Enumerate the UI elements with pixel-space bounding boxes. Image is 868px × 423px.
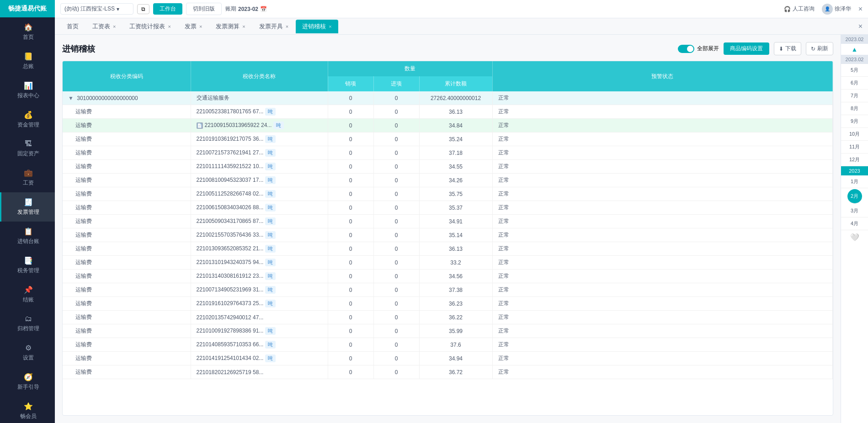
table-row[interactable]: 运输费 221007215737621941 27... 吨 0 0 37.18… — [63, 146, 833, 160]
table-row[interactable]: 运输费 221020135742940012 47... 0 0 36.22 正… — [63, 311, 833, 324]
table-row[interactable]: 运输费 221005112528266748 02... 吨 0 0 35.75… — [63, 187, 833, 201]
archive-icon: 🗂 — [25, 315, 32, 323]
tag-label: 吨 — [265, 245, 276, 253]
tab-invoice[interactable]: 发票 × — [178, 20, 208, 33]
data-table-wrap: 税收分类编码 税收分类名称 数量 预警状态 销项 进项 累计数额 — [62, 61, 833, 416]
sidebar-item-guide[interactable]: 🧭 新手引导 — [0, 367, 55, 397]
close-all-button[interactable]: × — [858, 22, 863, 31]
sidebar-item-invoices[interactable]: 🧾 发票管理 — [0, 192, 55, 222]
table-row[interactable]: 运输费 221005233817801765 67... 吨 0 0 36.13… — [63, 105, 833, 119]
cell-code: 运输费 — [63, 365, 191, 379]
company-selector[interactable]: (勿动) 江西报宝-LSS ▾ — [60, 3, 133, 15]
sidebar-item-home[interactable]: 🏠 首页 — [0, 17, 55, 47]
cell-invoice: 📄221009150313965922 24... 吨 — [191, 119, 328, 132]
sidebar-item-archive[interactable]: 🗂 归档管理 — [0, 309, 55, 338]
table-row[interactable]: 运输费 221013101943240375 94... 吨 0 0 33.2 … — [63, 256, 833, 270]
sidebar-item-payroll[interactable]: 💼 工资 — [0, 163, 55, 192]
cell-invoice: 221013101943240375 94... 吨 — [191, 256, 328, 270]
ledger-icon: 📒 — [24, 52, 33, 61]
tab-home[interactable]: 首页 — [60, 20, 85, 33]
cell-invoice: 221018202126925719 58... — [191, 365, 328, 379]
table-row[interactable]: ▼ 30100000000000000000 交通运输服务 0 0 27262.… — [63, 91, 833, 105]
table-row[interactable]: 运输费 221011111435921522 10... 吨 0 0 34.55… — [63, 160, 833, 174]
close-icon[interactable]: × — [286, 24, 288, 29]
table-row[interactable]: 运输费 221014191254101434 02... 吨 0 0 34.94… — [63, 352, 833, 365]
sidebar-item-label: 工资 — [23, 179, 34, 187]
sidebar-item-assets[interactable]: 🏗 固定资产 — [0, 134, 55, 163]
copy-button[interactable]: ⧉ — [137, 4, 149, 14]
table-row[interactable]: 运输费 221007134905231969 31... 吨 0 0 37.38… — [63, 283, 833, 297]
cell-status: 正常 — [492, 187, 833, 201]
member-icon: ⭐ — [24, 402, 33, 411]
tag-label: 吨 — [265, 300, 276, 307]
month-5[interactable]: 5月 — [841, 64, 868, 77]
table-row[interactable]: 运输费 📄221009150313965922 24... 吨 0 0 34.8… — [63, 119, 833, 132]
cell-invoice: 221011111435921522 10... 吨 — [191, 160, 328, 174]
col-header-status: 预警状态 — [492, 61, 833, 91]
cell-accum: 27262.40000000012 — [419, 91, 492, 105]
table-row[interactable]: 运输费 221014085935710353 66... 吨 0 0 37.6 … — [63, 338, 833, 352]
month-8[interactable]: 8月 — [841, 102, 868, 115]
close-icon[interactable]: × — [242, 24, 245, 29]
table-row[interactable]: 运输费 221013093652085352 21... 吨 0 0 36.13… — [63, 242, 833, 256]
table-row[interactable]: 运输费 221006150834034026 88... 吨 0 0 35.37… — [63, 201, 833, 215]
tag-label: 吨 — [265, 149, 276, 157]
tab-invoice-issue[interactable]: 发票开具 × — [253, 20, 295, 33]
cell-status: 正常 — [492, 338, 833, 352]
month-11[interactable]: 11月 — [841, 141, 868, 153]
support-link[interactable]: 🎧 人工咨询 — [784, 5, 815, 13]
sidebar-item-finance[interactable]: 💰 资金管理 — [0, 105, 55, 134]
table-row[interactable]: 运输费 221010091927898386 91... 吨 0 0 35.99… — [63, 324, 833, 338]
cell-sale: 0 — [328, 270, 373, 283]
table-row[interactable]: 运输费 221008100945323037 17... 吨 0 0 34.26… — [63, 174, 833, 187]
cell-code: 运输费 — [63, 215, 191, 228]
month-2-active[interactable]: 2月 — [847, 189, 862, 204]
close-icon[interactable]: × — [199, 24, 202, 29]
close-button[interactable]: × — [858, 5, 863, 13]
sidebar-item-ledger[interactable]: 📒 总账 — [0, 47, 55, 76]
download-button[interactable]: ⬇ 下载 — [774, 42, 801, 55]
closing-icon: 📌 — [24, 286, 33, 294]
table-row[interactable]: 运输费 221018202126925719 58... 0 0 36.72 正… — [63, 365, 833, 379]
table-row[interactable]: 运输费 221002155703576436 33... 吨 0 0 35.14… — [63, 228, 833, 242]
sidebar-item-sales-ledger[interactable]: 📋 进销台账 — [0, 222, 55, 251]
sidebar-item-member[interactable]: ⭐ 畅会员 — [0, 397, 55, 423]
month-12[interactable]: 12月 — [841, 153, 868, 166]
month-1[interactable]: 1月 — [841, 175, 868, 188]
month-7[interactable]: 7月 — [841, 90, 868, 102]
cell-accum: 34.91 — [419, 215, 492, 228]
month-10[interactable]: 10月 — [841, 128, 868, 141]
sidebar-item-settings[interactable]: ⚙ 设置 — [0, 338, 55, 367]
month-3[interactable]: 3月 — [841, 205, 868, 217]
tab-payroll-table[interactable]: 工资表 × — [86, 20, 122, 33]
table-row[interactable]: 运输费 221019103619217075 36... 吨 0 0 35.24… — [63, 132, 833, 146]
scroll-up-arrow[interactable]: ▲ — [841, 44, 868, 55]
cell-buy: 0 — [373, 338, 419, 352]
settings-button[interactable]: 商品编码设置 — [724, 42, 769, 55]
tab-invoice-calc[interactable]: 发票测算 × — [209, 20, 251, 33]
sidebar-item-tax[interactable]: 📑 税务管理 — [0, 251, 55, 280]
sidebar-item-reports[interactable]: 📊 报表中心 — [0, 76, 55, 105]
cell-accum: 36.22 — [419, 311, 492, 324]
switch-version-button[interactable]: 切到旧版 — [186, 3, 222, 15]
cell-status: 正常 — [492, 256, 833, 270]
month-9[interactable]: 9月 — [841, 115, 868, 128]
tab-reconcile[interactable]: 进销稽核 × — [296, 20, 338, 33]
cell-sale: 0 — [328, 174, 373, 187]
close-icon[interactable]: × — [113, 24, 116, 29]
expand-toggle[interactable] — [678, 45, 694, 53]
refresh-button[interactable]: ↻ 刷新 — [806, 42, 833, 55]
tab-payroll-stats[interactable]: 工资统计报表 × — [123, 20, 177, 33]
sidebar-item-closing[interactable]: 📌 结账 — [0, 280, 55, 309]
month-4[interactable]: 4月 — [841, 217, 868, 230]
cell-buy: 0 — [373, 91, 419, 105]
month-6[interactable]: 6月 — [841, 77, 868, 90]
table-row[interactable]: 运输费 221019161029764373 25... 吨 0 0 36.23… — [63, 297, 833, 311]
close-icon[interactable]: × — [168, 24, 170, 29]
table-row[interactable]: 运输费 221005090343170865 87... 吨 0 0 34.91… — [63, 215, 833, 228]
close-icon[interactable]: × — [329, 24, 331, 29]
table-row[interactable]: 运输费 221013140308161912 23... 吨 0 0 34.56… — [63, 270, 833, 283]
workbench-button[interactable]: 工作台 — [153, 3, 182, 15]
user-menu[interactable]: 👤 徐泽华 — [822, 4, 851, 15]
sidebar-item-label: 归档管理 — [17, 325, 39, 333]
